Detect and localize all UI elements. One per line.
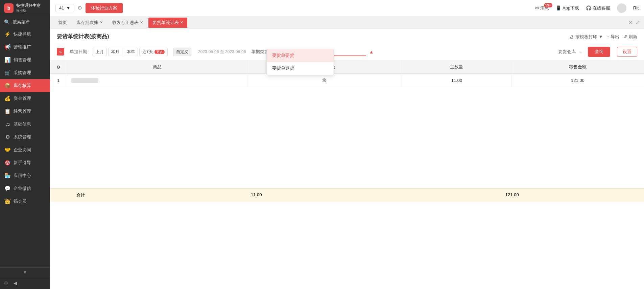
sidebar-item-sales[interactable]: 📊 销售管理 xyxy=(0,53,50,66)
print-icon: 🖨 xyxy=(570,34,574,39)
tab-expand[interactable]: ⤢ xyxy=(636,19,640,26)
trial-btn[interactable]: 体验行业方案 xyxy=(86,3,123,13)
sidebar-item-member[interactable]: 👑 畅会员 xyxy=(0,195,50,208)
sidebar-item-operation[interactable]: 📋 经营管理 xyxy=(0,105,50,118)
app-icon: 📱 xyxy=(556,5,561,10)
collapse-icon[interactable]: ◀ xyxy=(14,281,17,286)
sidebar-item-label: 库存核算 xyxy=(14,83,31,89)
sidebar-item-system[interactable]: ⚙ 系统管理 xyxy=(0,131,50,143)
system-icon: ⚙ xyxy=(4,134,11,140)
tab-home-label: 首页 xyxy=(58,20,67,26)
user-name: Rit xyxy=(633,5,639,10)
topbar-settings-icon[interactable]: ⚙ xyxy=(77,5,82,11)
logo-text: 畅捷通好生意 标准版 xyxy=(16,3,41,13)
main-area: 41 ▼ ⚙ 体验行业方案 ✉ 消息 99+ 📱 App下载 🎧 在线客服 Ri… xyxy=(50,0,644,289)
refresh-label: 刷新 xyxy=(628,34,637,40)
dropdown-item-order-goods[interactable]: 要货单要货 xyxy=(267,49,334,62)
online-service-btn[interactable]: 🎧 在线客服 xyxy=(586,5,610,11)
date-range-display: 2023-05-06 至 2023-06-06 xyxy=(198,49,246,55)
sidebar-scroll-down[interactable]: ▼ xyxy=(0,267,50,277)
product-name-placeholder xyxy=(71,78,98,83)
print-dropdown-icon: ▼ xyxy=(599,34,603,39)
sidebar-item-inventory[interactable]: 📦 库存核算 xyxy=(0,79,50,92)
tab-receive-summary-close[interactable]: ✕ xyxy=(140,20,143,25)
sidebar-item-label: 采购管理 xyxy=(14,70,31,76)
date-btn-last-month[interactable]: 上月 xyxy=(93,48,107,56)
row-amount: 121.00 xyxy=(511,74,644,87)
sidebar-item-label: 营销推广 xyxy=(14,44,31,50)
tab-inventory-batch-label: 库存批次账 xyxy=(76,20,98,26)
service-label: 在线客服 xyxy=(593,5,610,11)
settings-icon[interactable]: ⚙ xyxy=(4,281,8,286)
filter-toggle-btn[interactable]: » xyxy=(57,48,64,55)
tab-receive-summary[interactable]: 收发存汇总表 ✕ xyxy=(108,18,147,28)
col-settings[interactable]: ⚙ xyxy=(50,61,67,74)
user-avatar[interactable] xyxy=(617,3,626,13)
sidebar-item-corp[interactable]: 🤝 企业协同 xyxy=(0,143,50,156)
footer-quantity: 11.00 xyxy=(128,192,384,198)
warehouse-more-icon[interactable]: ··· xyxy=(578,49,582,54)
sales-icon: 📊 xyxy=(4,57,11,63)
date-btn-7days[interactable]: 近7天 更多 xyxy=(139,48,168,56)
wechat-icon: 💬 xyxy=(4,185,11,192)
sidebar-item-wechat[interactable]: 💬 企业微信 xyxy=(0,182,50,195)
sidebar-search-label: 搜索菜单 xyxy=(13,19,30,25)
date-buttons: 上月 本月 本年 近7天 更多 xyxy=(93,48,168,56)
sidebar-item-marketing[interactable]: 📢 营销推广 xyxy=(0,41,50,53)
store-name: 41 xyxy=(59,5,64,10)
date-btn-this-year[interactable]: 本年 xyxy=(124,48,138,56)
sidebar-search[interactable]: 🔍 搜索菜单 xyxy=(0,16,50,28)
topbar-left: 41 ▼ ⚙ 体验行业方案 xyxy=(55,3,535,13)
tab-home[interactable]: 首页 xyxy=(54,18,71,28)
logo-icon: b xyxy=(4,3,14,13)
table-footer: 合计 11.00 121.00 xyxy=(50,188,644,202)
export-icon: ↑ xyxy=(607,34,610,39)
tab-order-stats-label: 要货单统计表 xyxy=(152,20,179,26)
message-btn[interactable]: ✉ 消息 99+ xyxy=(535,5,549,11)
date-btn-this-month[interactable]: 本月 xyxy=(108,48,122,56)
print-btn[interactable]: 🖨 按模板打印 ▼ xyxy=(570,34,603,40)
sidebar-logo: b 畅捷通好生意 标准版 xyxy=(0,0,50,16)
sidebar-item-finance[interactable]: 💰 资金管理 xyxy=(0,92,50,105)
sidebar-item-label: 快捷导航 xyxy=(14,31,31,37)
date-custom-btn[interactable]: 自定义 xyxy=(173,48,191,56)
member-icon: 👑 xyxy=(4,198,11,204)
message-icon: ✉ xyxy=(535,5,539,10)
inventory-icon: 📦 xyxy=(4,83,11,89)
sidebar-item-label: 畅会员 xyxy=(14,198,27,204)
purchase-icon: 🛒 xyxy=(4,70,11,76)
sidebar-item-quick-nav[interactable]: ⚡ 快捷导航 xyxy=(0,28,50,41)
export-btn[interactable]: ↑ 导出 xyxy=(607,34,620,40)
sidebar: b 畅捷通好生意 标准版 🔍 搜索菜单 ⚡ 快捷导航 📢 营销推广 📊 销售管理… xyxy=(0,0,50,289)
filter-settings-btn[interactable]: 设置 xyxy=(617,47,637,57)
operation-icon: 📋 xyxy=(4,108,11,114)
sidebar-item-purchase[interactable]: 🛒 采购管理 xyxy=(0,66,50,79)
sidebar-item-appstore[interactable]: 🏪 应用中心 xyxy=(0,169,50,182)
store-dropdown-icon: ▼ xyxy=(66,5,70,10)
sidebar-item-label: 系统管理 xyxy=(14,134,31,140)
table-empty-space xyxy=(50,87,644,188)
refresh-btn[interactable]: ↺ 刷新 xyxy=(623,34,637,40)
table-body: 1 块 11.00 121.00 xyxy=(50,74,644,87)
footer-label: 合计 xyxy=(54,192,128,198)
tab-order-stats-close[interactable]: ✕ xyxy=(180,20,183,25)
message-badge: 99+ xyxy=(544,3,552,7)
col-quantity: 主数量 xyxy=(402,61,511,74)
sidebar-item-guide[interactable]: 🎯 新手引导 xyxy=(0,156,50,169)
tab-order-stats[interactable]: 要货单统计表 ✕ xyxy=(148,18,187,28)
store-selector[interactable]: 41 ▼ xyxy=(55,4,74,12)
data-table: ⚙ 商品 主计量单位 主数量 零售金额 1 xyxy=(50,61,644,87)
tab-bar: 首页 库存批次账 ✕ 收发存汇总表 ✕ 要货单统计表 ✕ ✕ ⤢ xyxy=(50,16,644,29)
footer-amount: 121.00 xyxy=(384,192,640,198)
tab-inventory-batch[interactable]: 库存批次账 ✕ xyxy=(72,18,107,28)
query-btn[interactable]: 查询 xyxy=(588,47,610,57)
dropdown-item-order-return[interactable]: 要货单退货 xyxy=(267,62,334,75)
type-dropdown-icon[interactable]: ▲ xyxy=(369,49,374,54)
row-product xyxy=(67,74,247,87)
tab-close-all[interactable]: ✕ xyxy=(628,19,633,26)
sidebar-item-basic[interactable]: 🗂 基础信息 xyxy=(0,118,50,131)
app-download-btn[interactable]: 📱 App下载 xyxy=(556,5,579,11)
warehouse-filter: 要货仓库 ··· xyxy=(558,49,582,55)
sidebar-item-label: 新手引导 xyxy=(14,160,31,166)
tab-inventory-batch-close[interactable]: ✕ xyxy=(100,20,103,25)
